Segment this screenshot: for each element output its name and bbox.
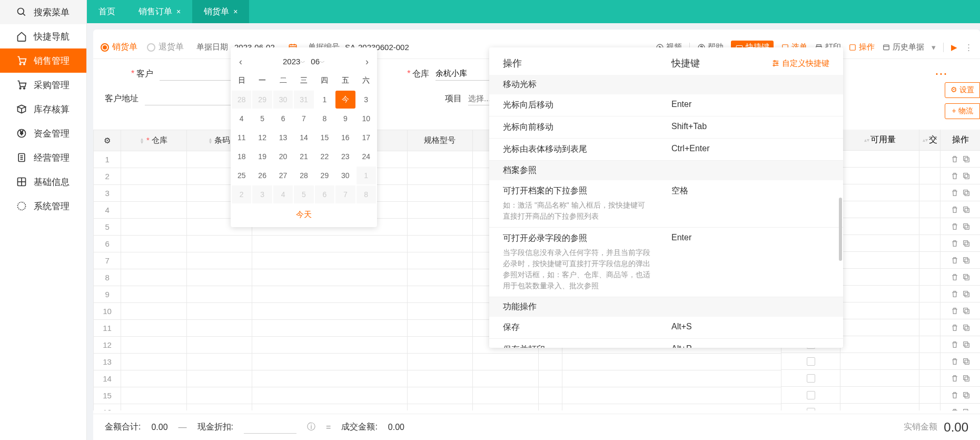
copy-icon[interactable] (962, 172, 971, 180)
calendar-day[interactable]: 27 (273, 167, 293, 184)
cell[interactable] (538, 354, 562, 370)
avail-cell[interactable] (840, 218, 919, 235)
cell[interactable] (538, 370, 562, 387)
cell[interactable] (121, 404, 187, 411)
calendar-day[interactable]: 3 (252, 185, 272, 203)
col-spec[interactable]: 规格型号 (407, 130, 473, 151)
copy-icon[interactable] (962, 357, 971, 366)
calendar-day[interactable]: 13 (273, 129, 293, 146)
deliver-cell[interactable] (919, 404, 940, 410)
cell[interactable] (121, 219, 187, 236)
avail-cell[interactable] (840, 151, 919, 168)
cell[interactable] (407, 286, 473, 303)
delete-icon[interactable] (951, 239, 959, 248)
avail-cell[interactable] (840, 184, 919, 201)
calendar-day[interactable]: 8 (315, 110, 334, 128)
copy-icon[interactable] (962, 273, 971, 281)
col-warehouse[interactable]: ▴▾* 仓库 (121, 130, 187, 151)
sidebar-item-box[interactable]: 库存核算 (0, 97, 86, 121)
close-icon[interactable]: × (233, 7, 237, 16)
cell[interactable] (407, 151, 473, 168)
calendar-day[interactable]: 5 (294, 185, 313, 203)
cell[interactable] (407, 168, 473, 185)
calendar-day[interactable]: 22 (315, 148, 334, 165)
calendar-day[interactable]: 18 (232, 148, 251, 165)
calendar-day[interactable]: 8 (357, 185, 376, 203)
cell[interactable] (407, 185, 473, 202)
copy-icon[interactable] (962, 374, 971, 383)
avail-cell[interactable] (840, 404, 919, 410)
calendar-day[interactable]: 4 (273, 185, 293, 203)
cell[interactable] (121, 185, 187, 202)
cell[interactable] (186, 252, 252, 269)
deliver-cell[interactable] (919, 286, 940, 302)
sidebar-item-cart2[interactable]: 采购管理 (0, 73, 86, 97)
cell[interactable] (252, 387, 407, 404)
copy-icon[interactable] (962, 189, 971, 197)
cell[interactable] (186, 236, 252, 252)
deliver-cell[interactable] (919, 353, 940, 370)
copy-icon[interactable] (962, 324, 971, 332)
operate-button[interactable]: 操作 (848, 42, 875, 52)
discount-input[interactable] (244, 421, 296, 434)
calendar-day[interactable]: 15 (315, 129, 334, 146)
avail-cell[interactable] (840, 252, 919, 269)
chevron-down-icon[interactable]: ▾ (932, 43, 936, 52)
cell[interactable] (252, 303, 407, 320)
deliver-cell[interactable] (919, 168, 940, 184)
delete-icon[interactable] (951, 172, 959, 180)
deliver-cell[interactable] (919, 302, 940, 319)
gift-cell[interactable] (781, 387, 840, 404)
cell[interactable] (407, 252, 473, 269)
delete-icon[interactable] (951, 256, 959, 265)
calendar-day[interactable]: 12 (252, 129, 272, 146)
checkbox[interactable] (807, 408, 815, 411)
avail-cell[interactable] (840, 370, 919, 387)
copy-icon[interactable] (962, 408, 971, 411)
deliver-cell[interactable] (919, 151, 940, 168)
sidebar-item-grid[interactable]: 基础信息 (0, 170, 86, 194)
avail-cell[interactable] (840, 353, 919, 370)
delete-icon[interactable] (951, 222, 959, 231)
avail-cell[interactable] (840, 286, 919, 302)
deliver-cell[interactable] (919, 184, 940, 201)
history-button[interactable]: 历史单据 (882, 42, 924, 52)
delete-icon[interactable] (951, 206, 959, 214)
copy-icon[interactable] (962, 290, 971, 298)
cell[interactable] (121, 202, 187, 219)
tab[interactable]: 首页 (87, 0, 127, 23)
calendar-day[interactable]: 10 (357, 110, 376, 128)
cell[interactable] (186, 269, 252, 286)
cell[interactable] (121, 303, 187, 320)
year-selector[interactable]: 2023﹀ (283, 57, 305, 66)
cell[interactable] (121, 151, 187, 168)
logistics-button[interactable]: + 物流 (945, 103, 980, 119)
calendar-day[interactable]: 今 (335, 91, 355, 109)
tab[interactable]: 销货单× (192, 0, 249, 23)
deliver-cell[interactable] (919, 201, 940, 218)
sidebar-item-search[interactable]: 搜索菜单 (0, 0, 86, 24)
calendar-day[interactable]: 1 (315, 91, 334, 109)
cell[interactable] (252, 286, 407, 303)
calendar-day[interactable]: 19 (252, 148, 272, 165)
radio-sales[interactable]: 销货单 (101, 42, 137, 53)
cell[interactable] (538, 404, 562, 411)
cell[interactable] (252, 252, 407, 269)
calendar-day[interactable]: 14 (294, 129, 313, 146)
avail-cell[interactable] (840, 302, 919, 319)
tab[interactable]: 销售订单× (127, 0, 192, 23)
deliver-cell[interactable] (919, 235, 940, 252)
radio-return[interactable]: 退货单 (147, 42, 184, 53)
calendar-day[interactable]: 7 (294, 110, 313, 128)
cell[interactable] (407, 219, 473, 236)
month-selector[interactable]: 06﹀ (311, 57, 325, 66)
cell[interactable] (407, 387, 473, 404)
deliver-cell[interactable] (919, 336, 940, 353)
avail-cell[interactable] (840, 269, 919, 286)
calendar-day[interactable]: 1 (357, 167, 376, 184)
cell[interactable] (121, 320, 187, 337)
delete-icon[interactable] (951, 290, 959, 298)
cell[interactable] (121, 337, 187, 354)
checkbox[interactable] (807, 391, 815, 399)
calendar-day[interactable]: 24 (357, 148, 376, 165)
